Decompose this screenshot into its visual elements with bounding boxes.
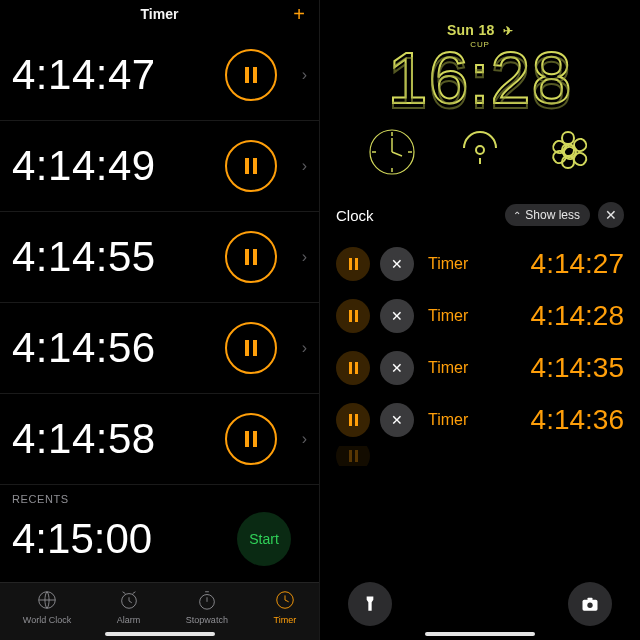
activity-label: Timer xyxy=(428,359,468,377)
timer-remaining: 4:14:49 xyxy=(12,142,156,190)
timer-remaining: 4:14:56 xyxy=(12,324,156,372)
timer-row[interactable]: 4:14:56 › xyxy=(0,303,319,394)
camera-icon xyxy=(580,594,600,614)
show-less-label: Show less xyxy=(525,208,580,222)
pause-icon xyxy=(245,431,257,447)
pause-icon xyxy=(245,340,257,356)
pause-icon xyxy=(245,67,257,83)
close-icon: ✕ xyxy=(605,207,617,223)
chevron-up-icon: ⌃ xyxy=(513,210,521,221)
recent-timer-row[interactable]: 4:15:00 Start xyxy=(0,507,319,571)
globe-icon xyxy=(36,589,58,613)
start-label: Start xyxy=(249,531,279,547)
live-activity-row[interactable]: ✕ Timer 4:14:28 xyxy=(336,290,624,342)
flashlight-icon xyxy=(360,594,380,614)
pause-icon xyxy=(245,158,257,174)
stack-app-title: Clock xyxy=(336,207,497,224)
close-icon: ✕ xyxy=(391,256,403,272)
stopwatch-icon xyxy=(196,589,218,613)
lock-widgets-row xyxy=(320,128,640,176)
pause-button[interactable] xyxy=(225,140,277,192)
lock-date: Sun 18 ✈ xyxy=(320,22,640,38)
activity-label: Timer xyxy=(428,307,468,325)
pause-button[interactable] xyxy=(225,49,277,101)
alarm-icon xyxy=(118,589,140,613)
camera-button[interactable] xyxy=(568,582,612,626)
activity-dismiss-button[interactable]: ✕ xyxy=(380,351,414,385)
recent-timer-duration: 4:15:00 xyxy=(12,515,152,563)
chevron-right-icon: › xyxy=(302,339,307,357)
lock-time-digits: 16:28 xyxy=(387,38,572,118)
svg-rect-15 xyxy=(588,598,593,601)
timer-row[interactable]: 4:14:47 › xyxy=(0,30,319,121)
lock-date-text: Sun 18 xyxy=(447,22,495,38)
timer-remaining: 4:14:47 xyxy=(12,51,156,99)
activity-time: 4:14:35 xyxy=(478,352,624,384)
home-indicator[interactable] xyxy=(105,632,215,636)
svg-point-2 xyxy=(200,595,215,610)
recents-header: RECENTS xyxy=(12,493,319,505)
live-activity-row[interactable] xyxy=(336,446,624,466)
tab-stopwatch[interactable]: Stopwatch xyxy=(186,589,228,625)
activity-dismiss-button[interactable]: ✕ xyxy=(380,299,414,333)
chevron-right-icon: › xyxy=(302,248,307,266)
tab-alarm[interactable]: Alarm xyxy=(117,589,141,625)
timer-remaining: 4:14:58 xyxy=(12,415,156,463)
activity-dismiss-button[interactable]: ✕ xyxy=(380,247,414,281)
timer-remaining: 4:14:55 xyxy=(12,233,156,281)
airplane-icon: ✈ xyxy=(503,24,513,38)
tab-label: Alarm xyxy=(117,615,141,625)
show-less-button[interactable]: ⌃ Show less xyxy=(505,204,590,226)
home-indicator[interactable] xyxy=(425,632,535,636)
pause-icon xyxy=(349,258,358,270)
pause-button[interactable] xyxy=(225,231,277,283)
live-activity-row[interactable]: ✕ Timer 4:14:27 xyxy=(336,238,624,290)
lock-time: 16:28 xyxy=(387,42,572,114)
svg-point-11 xyxy=(476,146,484,154)
svg-point-14 xyxy=(587,603,592,608)
start-button[interactable]: Start xyxy=(237,512,291,566)
activity-pause-button[interactable] xyxy=(336,403,370,437)
activity-time: 4:14:27 xyxy=(478,248,624,280)
chevron-right-icon: › xyxy=(302,430,307,448)
widget-world-clock[interactable] xyxy=(368,128,416,176)
pause-button[interactable] xyxy=(225,322,277,374)
activity-label: Timer xyxy=(428,255,468,273)
close-icon: ✕ xyxy=(391,308,403,324)
live-activity-stack: Clock ⌃ Show less ✕ ✕ Timer 4:14:27 xyxy=(320,202,640,466)
close-icon: ✕ xyxy=(391,412,403,428)
svg-line-6 xyxy=(392,152,402,156)
activity-time: 4:14:36 xyxy=(478,404,624,436)
activity-pause-button[interactable] xyxy=(336,446,370,466)
close-icon: ✕ xyxy=(391,360,403,376)
activity-dismiss-button[interactable]: ✕ xyxy=(380,403,414,437)
timer-row[interactable]: 4:14:55 › xyxy=(0,212,319,303)
weather-icon xyxy=(456,128,504,176)
dismiss-stack-button[interactable]: ✕ xyxy=(598,202,624,228)
live-activity-row[interactable]: ✕ Timer 4:14:35 xyxy=(336,342,624,394)
activity-pause-button[interactable] xyxy=(336,247,370,281)
widget-weather[interactable] xyxy=(456,128,504,176)
pause-icon xyxy=(349,414,358,426)
screen-title: Timer xyxy=(0,6,319,22)
tab-label: Timer xyxy=(273,615,296,625)
activity-time: 4:14:28 xyxy=(478,300,624,332)
pause-icon xyxy=(349,310,358,322)
activity-pause-button[interactable] xyxy=(336,351,370,385)
flashlight-button[interactable] xyxy=(348,582,392,626)
tab-label: World Clock xyxy=(23,615,71,625)
timer-row[interactable]: 4:14:58 › xyxy=(0,394,319,485)
pause-button[interactable] xyxy=(225,413,277,465)
tab-timer[interactable]: Timer xyxy=(273,589,296,625)
activity-pause-button[interactable] xyxy=(336,299,370,333)
live-activity-row[interactable]: ✕ Timer 4:14:36 xyxy=(336,394,624,446)
activity-label: Timer xyxy=(428,411,468,429)
tab-world-clock[interactable]: World Clock xyxy=(23,589,71,625)
add-timer-button[interactable]: + xyxy=(293,4,305,24)
pause-icon xyxy=(349,362,358,374)
timer-row[interactable]: 4:14:49 › xyxy=(0,121,319,212)
chevron-right-icon: › xyxy=(302,66,307,84)
widget-app[interactable] xyxy=(544,128,592,176)
timer-icon xyxy=(274,589,296,613)
knot-icon xyxy=(544,128,592,176)
